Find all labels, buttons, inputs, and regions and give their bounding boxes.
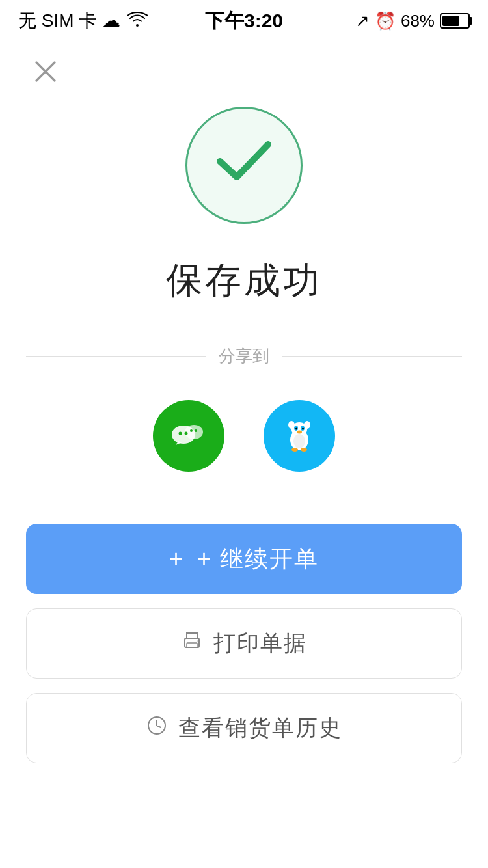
action-buttons: + + 继续开单 打印单据 查看销货单历史 bbox=[26, 524, 462, 763]
svg-point-5 bbox=[185, 432, 188, 435]
continue-order-button[interactable]: + + 继续开单 bbox=[26, 524, 462, 594]
divider-left bbox=[26, 356, 206, 357]
svg-point-12 bbox=[295, 428, 297, 430]
svg-point-18 bbox=[291, 448, 298, 452]
battery-percent: 68% bbox=[401, 11, 435, 31]
close-button[interactable] bbox=[26, 52, 65, 91]
plus-icon: + bbox=[169, 545, 184, 573]
status-right: ↗ ⏰ 68% bbox=[355, 11, 470, 31]
svg-point-6 bbox=[190, 429, 193, 432]
svg-point-16 bbox=[288, 421, 295, 429]
location-icon: ↗ bbox=[355, 11, 370, 31]
status-left: 无 SIM 卡 ☁ bbox=[18, 8, 148, 33]
status-bar: 无 SIM 卡 ☁ 下午3:20 ↗ ⏰ 68% bbox=[0, 0, 488, 42]
svg-point-3 bbox=[185, 425, 203, 439]
status-time: 下午3:20 bbox=[205, 8, 283, 34]
success-title: 保存成功 bbox=[166, 256, 322, 306]
continue-order-label: + 继续开单 bbox=[197, 543, 319, 575]
wechat-share-button[interactable] bbox=[153, 400, 224, 472]
svg-point-17 bbox=[304, 421, 310, 429]
history-label: 查看销货单历史 bbox=[178, 713, 342, 743]
svg-point-15 bbox=[293, 434, 305, 448]
sim-status: 无 SIM 卡 ☁ bbox=[18, 8, 120, 33]
svg-point-4 bbox=[179, 432, 182, 435]
qq-share-button[interactable] bbox=[264, 400, 335, 472]
main-content: 保存成功 分享到 bbox=[0, 42, 488, 763]
svg-point-13 bbox=[302, 428, 304, 430]
svg-point-14 bbox=[297, 431, 302, 434]
success-icon-container bbox=[185, 107, 303, 224]
svg-point-22 bbox=[198, 640, 200, 642]
svg-point-19 bbox=[301, 448, 307, 452]
history-icon bbox=[146, 714, 168, 742]
share-divider: 分享到 bbox=[26, 345, 462, 368]
printer-icon bbox=[181, 630, 203, 657]
wifi-icon bbox=[127, 10, 148, 31]
history-button[interactable]: 查看销货单历史 bbox=[26, 693, 462, 763]
share-icons bbox=[153, 400, 335, 472]
print-button[interactable]: 打印单据 bbox=[26, 608, 462, 679]
print-label: 打印单据 bbox=[213, 629, 307, 658]
svg-point-7 bbox=[195, 429, 197, 432]
checkmark-icon bbox=[215, 134, 273, 193]
share-label: 分享到 bbox=[219, 345, 269, 368]
alarm-icon: ⏰ bbox=[375, 11, 396, 31]
divider-right bbox=[282, 356, 462, 357]
svg-rect-21 bbox=[187, 643, 197, 647]
battery-icon bbox=[440, 13, 470, 29]
